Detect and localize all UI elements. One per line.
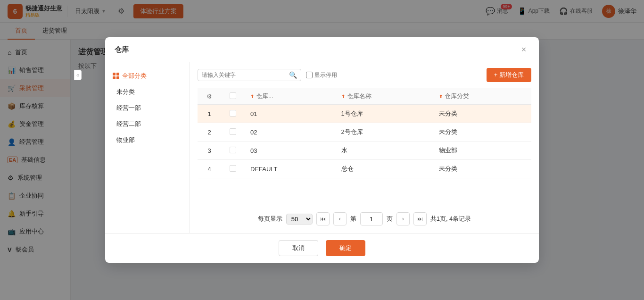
table-row[interactable]: 1 01 1号仓库 未分类 [198, 105, 531, 123]
cat-item-property[interactable]: 物业部 [105, 132, 190, 148]
all-categories[interactable]: 全部分类 [105, 68, 190, 84]
search-input[interactable] [202, 72, 287, 78]
page-input[interactable] [360, 212, 383, 225]
row4-category: 未分类 [433, 160, 531, 178]
row3-category: 物业部 [433, 142, 531, 160]
modal-body: 全部分类 « 未分类 经营一部 经营二部 物业部 🔍 [105, 62, 539, 233]
search-icon[interactable]: 🔍 [289, 71, 297, 79]
row2-category: 未分类 [433, 123, 531, 142]
total-info: 共1页, 4条记录 [430, 215, 471, 223]
row1-num: 1 [198, 105, 221, 123]
prev-page-btn[interactable]: ‹ [333, 212, 347, 225]
header-checkbox[interactable] [230, 92, 236, 99]
modal-overlay: 仓库 × 全部分类 « 未分类 经营一部 经营二部 [0, 0, 644, 300]
page-unit: 页 [387, 215, 393, 223]
add-warehouse-button[interactable]: + 新增仓库 [487, 68, 531, 82]
table-area: 🔍 显示停用 + 新增仓库 ⚙ [190, 62, 539, 233]
modal-close-icon[interactable]: × [518, 44, 529, 55]
col-name-header: ⬆ 仓库名称 [336, 88, 434, 105]
page-size-label: 每页显示 [258, 215, 282, 223]
sort-icon-name: ⬆ [341, 94, 345, 99]
page-size-select[interactable]: 50 100 200 [286, 214, 313, 225]
col-category-header: ⬆ 仓库分类 [433, 88, 531, 105]
row4-check[interactable] [230, 165, 236, 172]
col-code-label: 仓库... [256, 92, 273, 100]
category-sidebar: 全部分类 « 未分类 经营一部 经营二部 物业部 [105, 62, 190, 233]
cancel-button[interactable]: 取消 [279, 240, 318, 256]
row2-num: 2 [198, 123, 221, 142]
show-disabled-label: 显示停用 [314, 71, 337, 79]
row4-code: DEFAULT [245, 160, 336, 178]
col-settings: ⚙ [198, 88, 221, 105]
row3-name: 水 [336, 142, 434, 160]
col-category-label: 仓库分类 [445, 92, 469, 100]
first-page-btn[interactable]: ⏮ [316, 212, 330, 225]
row2-name: 2号仓库 [336, 123, 434, 142]
row3-num: 3 [198, 142, 221, 160]
warehouse-table: ⚙ ⬆ 仓库... [198, 88, 531, 178]
row2-checkbox[interactable] [221, 123, 245, 142]
table-row[interactable]: 2 02 2号仓库 未分类 [198, 123, 531, 142]
sort-icon-code: ⬆ [250, 94, 254, 99]
row3-code: 03 [245, 142, 336, 160]
table-row[interactable]: 3 03 水 物业部 [198, 142, 531, 160]
row1-checkbox[interactable] [221, 105, 245, 123]
next-page-btn[interactable]: › [396, 212, 410, 225]
row1-category: 未分类 [433, 105, 531, 123]
row2-code: 02 [245, 123, 336, 142]
show-disabled-checkbox[interactable]: 显示停用 [306, 71, 337, 79]
search-box[interactable]: 🔍 [198, 69, 301, 81]
cat-item-uncategorized[interactable]: 未分类 [105, 84, 190, 100]
collapse-btn[interactable]: « [74, 70, 82, 80]
row4-num: 4 [198, 160, 221, 178]
pagination: 每页显示 50 100 200 ⏮ ‹ 第 页 › ⏭ 共1页, 4条记录 [198, 207, 531, 227]
row1-check[interactable] [230, 110, 236, 117]
row2-check[interactable] [230, 128, 236, 135]
row4-checkbox[interactable] [221, 160, 245, 178]
col-checkbox [221, 88, 245, 105]
col-name-label: 仓库名称 [347, 92, 372, 100]
cat-item-ops1[interactable]: 经营一部 [105, 100, 190, 116]
col-code-header: ⬆ 仓库... [245, 88, 336, 105]
show-disabled-input[interactable] [306, 72, 313, 78]
row1-code: 01 [245, 105, 336, 123]
row1-name: 1号仓库 [336, 105, 434, 123]
table-row[interactable]: 4 DEFAULT 总仓 未分类 [198, 160, 531, 178]
table-toolbar: 🔍 显示停用 + 新增仓库 [198, 68, 531, 82]
confirm-button[interactable]: 确定 [326, 240, 365, 256]
page-label: 第 [350, 215, 356, 223]
last-page-btn[interactable]: ⏭ [413, 212, 427, 225]
all-categories-label: 全部分类 [122, 72, 147, 80]
warehouse-modal: 仓库 × 全部分类 « 未分类 经营一部 经营二部 [105, 37, 539, 263]
row3-check[interactable] [230, 147, 236, 153]
row3-checkbox[interactable] [221, 142, 245, 160]
row4-name: 总仓 [336, 160, 434, 178]
sort-icon-cat: ⬆ [439, 94, 443, 99]
modal-footer: 取消 确定 [105, 233, 539, 263]
cat-item-ops2[interactable]: 经营二部 [105, 116, 190, 132]
grid-icon [113, 73, 119, 79]
modal-title: 仓库 [115, 45, 129, 54]
modal-header: 仓库 × [105, 37, 539, 62]
